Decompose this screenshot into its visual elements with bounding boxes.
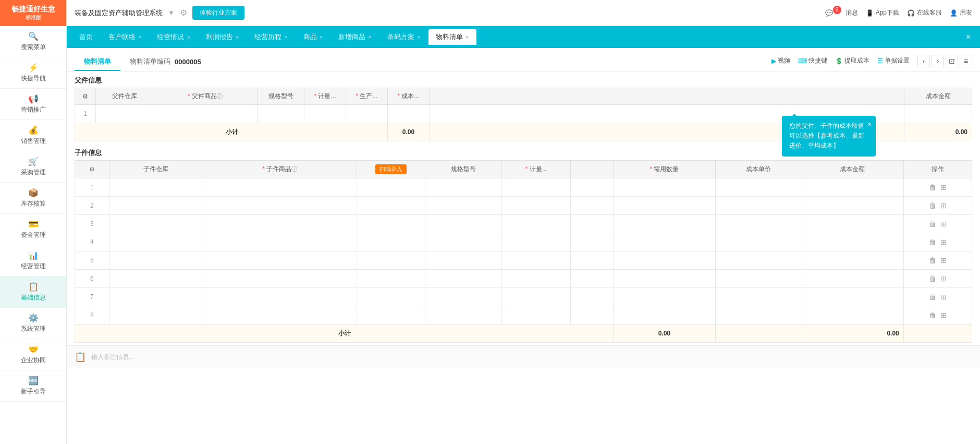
online-service-item[interactable]: 🎧 在线客服 — [907, 8, 942, 17]
child-row-1-unitcost[interactable] — [716, 178, 801, 197]
copy-icon-2[interactable]: ⊞ — [940, 201, 947, 210]
child-row-2-amount[interactable] — [801, 197, 904, 215]
child-row-2-product[interactable] — [203, 197, 357, 215]
experience-btn[interactable]: 体验行业方案 — [192, 6, 244, 20]
sub-tab-code[interactable]: 物料清单编码 0000005 — [120, 53, 211, 71]
sidebar-item-purchase[interactable]: 🛒 采购管理 — [0, 151, 66, 183]
parent-row-1-prod[interactable] — [346, 105, 388, 123]
child-row-3-spec[interactable] — [425, 215, 502, 233]
user-item[interactable]: 👤 用友 — [950, 8, 972, 17]
child-row-3-scan[interactable] — [357, 215, 425, 233]
sidebar-item-enterprise[interactable]: 🤝 企业协同 — [0, 339, 66, 370]
child-row-3-unit[interactable] — [502, 215, 570, 233]
child-row-3-unitcost[interactable] — [716, 215, 801, 233]
tab-barcode[interactable]: 条码方案 × — [380, 29, 427, 45]
copy-icon-8[interactable]: ⊞ — [940, 311, 947, 319]
child-row-4-spec[interactable] — [425, 233, 502, 251]
delete-icon-7[interactable]: 🗑 — [929, 293, 936, 301]
child-row-1-qty[interactable] — [613, 178, 716, 197]
child-row-5-spec[interactable] — [425, 251, 502, 270]
child-row-2-warehouse[interactable] — [109, 197, 203, 215]
next-btn[interactable]: › — [932, 55, 944, 67]
child-row-7-ops[interactable]: 🗑 ⊞ — [903, 288, 972, 306]
child-row-4-ops[interactable]: 🗑 ⊞ — [903, 233, 972, 251]
child-row-7-qty[interactable] — [613, 288, 716, 306]
delete-icon-2[interactable]: 🗑 — [929, 201, 936, 210]
tab-new-goods-close[interactable]: × — [368, 34, 371, 40]
expand-icon[interactable]: ▼ — [168, 9, 175, 17]
child-row-7-spec[interactable] — [425, 288, 502, 306]
copy-icon-5[interactable]: ⊞ — [940, 256, 947, 265]
child-row-7-unitcost[interactable] — [716, 288, 801, 306]
tab-goods-close[interactable]: × — [320, 34, 323, 40]
child-row-5-qty[interactable] — [613, 251, 716, 270]
child-row-2-spec[interactable] — [425, 197, 502, 215]
copy-icon-6[interactable]: ⊞ — [940, 274, 947, 283]
tab-barcode-close[interactable]: × — [417, 34, 420, 40]
parent-row-1-cost[interactable] — [388, 105, 430, 123]
tab-close-all[interactable]: × — [962, 32, 975, 42]
toolbar-setting[interactable]: ☰ 单据设置 — [877, 56, 910, 65]
child-row-8-scan[interactable] — [357, 306, 425, 325]
child-row-1-scan[interactable] — [357, 178, 425, 197]
sidebar-item-operations[interactable]: 📊 经营管理 — [0, 245, 66, 277]
child-row-4-amount[interactable] — [801, 233, 904, 251]
child-row-3-amount[interactable] — [801, 215, 904, 233]
delete-icon-6[interactable]: 🗑 — [929, 274, 936, 283]
child-row-4-qty[interactable] — [613, 233, 716, 251]
delete-icon-8[interactable]: 🗑 — [929, 311, 936, 319]
child-row-6-ops[interactable]: 🗑 ⊞ — [903, 270, 972, 288]
sub-tab-bom[interactable]: 物料清单 — [75, 53, 120, 71]
child-row-2-unitcost[interactable] — [716, 197, 801, 215]
sidebar-item-system[interactable]: ⚙️ 系统管理 — [0, 308, 66, 339]
copy-icon-7[interactable]: ⊞ — [940, 293, 947, 301]
child-row-5-amount[interactable] — [801, 251, 904, 270]
child-row-5-unit[interactable] — [502, 251, 570, 270]
toolbar-cost[interactable]: 💲 提取成本 — [835, 56, 869, 65]
child-row-1-warehouse[interactable] — [109, 178, 203, 197]
child-row-5-ops[interactable]: 🗑 ⊞ — [903, 251, 972, 270]
tooltip-close-btn[interactable]: × — [867, 118, 872, 130]
child-row-6-unit[interactable] — [502, 270, 570, 288]
child-row-4-product[interactable] — [203, 233, 357, 251]
child-row-8-spec[interactable] — [425, 306, 502, 325]
child-row-3-qty[interactable] — [613, 215, 716, 233]
sidebar-item-guide[interactable]: 🆕 新手引导 — [0, 370, 66, 402]
expand-btn[interactable]: ⊡ — [946, 55, 958, 67]
parent-row-1-amount[interactable] — [904, 105, 972, 123]
settings-icon[interactable]: ⚙ — [180, 8, 187, 18]
child-row-8-amount[interactable] — [801, 306, 904, 325]
child-row-4-unitcost[interactable] — [716, 233, 801, 251]
delete-icon-5[interactable]: 🗑 — [929, 256, 936, 265]
child-row-4-unit[interactable] — [502, 233, 570, 251]
tab-operation-close[interactable]: × — [187, 34, 190, 40]
copy-icon-4[interactable]: ⊞ — [940, 238, 947, 246]
child-row-7-warehouse[interactable] — [109, 288, 203, 306]
tab-bom-close[interactable]: × — [466, 34, 469, 40]
tab-bom[interactable]: 物料清单 × — [428, 29, 476, 45]
child-row-8-product[interactable] — [203, 306, 357, 325]
child-row-8-warehouse[interactable] — [109, 306, 203, 325]
child-row-2-unit[interactable] — [502, 197, 570, 215]
child-row-2-qty[interactable] — [613, 197, 716, 215]
prev-btn[interactable]: ‹ — [917, 55, 930, 67]
child-row-8-qty[interactable] — [613, 306, 716, 325]
child-row-1-unit[interactable] — [502, 178, 570, 197]
parent-row-1-unit[interactable] — [304, 105, 346, 123]
sidebar-item-inventory[interactable]: 📦 库存核算 — [0, 183, 66, 214]
child-row-4-warehouse[interactable] — [109, 233, 203, 251]
child-row-1-amount[interactable] — [801, 178, 904, 197]
child-row-6-scan[interactable] — [357, 270, 425, 288]
child-row-6-amount[interactable] — [801, 270, 904, 288]
tab-customer[interactable]: 客户联络 × — [101, 29, 149, 45]
parent-row-1-spec[interactable] — [258, 105, 304, 123]
columns-btn[interactable]: ≡ — [960, 55, 972, 67]
child-row-6-qty[interactable] — [613, 270, 716, 288]
child-row-6-unitcost[interactable] — [716, 270, 801, 288]
child-row-6-spec[interactable] — [425, 270, 502, 288]
delete-icon-3[interactable]: 🗑 — [929, 220, 936, 228]
child-row-5-unitcost[interactable] — [716, 251, 801, 270]
sidebar-item-basic[interactable]: 📋 基础信息 — [0, 277, 66, 308]
tab-history-close[interactable]: × — [284, 34, 287, 40]
child-row-8-ops[interactable]: 🗑 ⊞ — [903, 306, 972, 325]
